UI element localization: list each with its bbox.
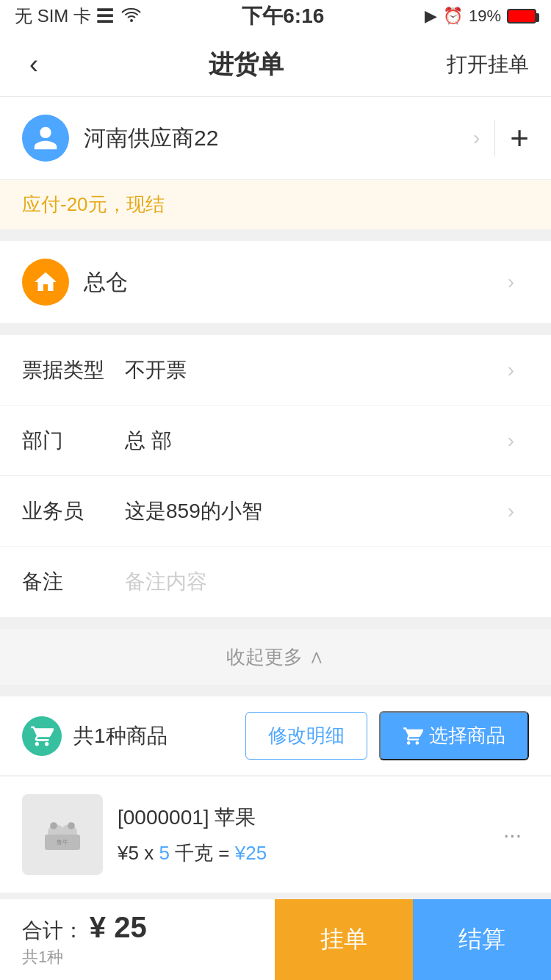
status-time: 下午6:16 xyxy=(242,2,324,30)
select-product-label: 选择商品 xyxy=(429,723,505,749)
salesman-row[interactable]: 业务员 这是859的小智 › xyxy=(0,476,551,547)
remark-row[interactable]: 备注 备注内容 xyxy=(0,547,551,617)
product-code: [0000001] xyxy=(118,806,209,829)
svg-text:鲁牛: 鲁牛 xyxy=(57,838,68,846)
svg-point-4 xyxy=(68,822,75,829)
footer: 合计： ¥ 25 共1种 挂单 结算 xyxy=(0,899,551,980)
add-supplier-button[interactable]: + xyxy=(510,122,529,154)
department-value: 总 部 xyxy=(125,427,508,455)
footer-total-amount: ¥ 25 xyxy=(90,911,147,943)
supplier-section: 河南供应商22 › + xyxy=(0,97,551,180)
warehouse-chevron-icon: › xyxy=(508,270,514,294)
notice-bar: 应付-20元，现结 xyxy=(0,180,551,229)
status-bar: 无 SIM 卡 ☰ 下午6:16 ▶ ⏰ 19% xyxy=(0,0,551,32)
warehouse-row[interactable]: 总仓 › xyxy=(0,241,551,323)
footer-total: 合计： ¥ 25 共1种 xyxy=(0,911,275,968)
product-title: 苹果 xyxy=(215,806,256,829)
suspend-label: 挂单 xyxy=(320,923,367,956)
remark-input[interactable]: 备注内容 xyxy=(125,568,529,596)
collapse-label: 收起更多 ∧ xyxy=(226,644,324,670)
product-multiply: x xyxy=(144,842,159,864)
supplier-name: 河南供应商22 xyxy=(84,123,473,154)
product-info: [0000001] 苹果 ¥5 x 5 千克 = ¥25 xyxy=(118,804,496,866)
supplier-divider xyxy=(494,120,495,156)
product-thumbnail: 鲁牛 xyxy=(22,794,103,875)
invoice-type-value: 不开票 xyxy=(125,356,508,384)
invoice-type-label: 票据类型 xyxy=(22,356,125,384)
footer-total-sub: 共1种 xyxy=(22,946,253,968)
battery-percent: 19% xyxy=(469,7,501,26)
warehouse-icon xyxy=(22,259,69,306)
product-price: ¥5 x 5 千克 = ¥25 xyxy=(118,840,496,866)
supplier-chevron-icon: › xyxy=(473,126,480,150)
product-icon xyxy=(22,716,62,756)
product-total: ¥25 xyxy=(235,842,267,864)
alarm-icon: ⏰ xyxy=(443,7,463,26)
product-quantity: 5 xyxy=(159,842,169,864)
salesman-label: 业务员 xyxy=(22,497,125,525)
page-title: 进货单 xyxy=(209,48,284,82)
status-left: 无 SIM 卡 ☰ xyxy=(15,4,142,28)
checkout-button[interactable]: 结算 xyxy=(413,899,551,980)
product-unit-price: ¥5 xyxy=(118,842,139,864)
product-equals: = xyxy=(218,842,234,864)
product-unit: 千克 xyxy=(175,842,213,864)
remark-label: 备注 xyxy=(22,568,125,596)
battery-icon xyxy=(507,9,536,24)
footer-total-label: 合计： xyxy=(22,919,84,942)
supplier-avatar xyxy=(22,115,69,162)
suspend-button[interactable]: 挂单 xyxy=(275,899,413,980)
svg-point-3 xyxy=(50,822,57,829)
product-count: 共1种商品 xyxy=(73,722,245,750)
signal-text: 无 SIM 卡 ☰ xyxy=(15,4,114,28)
product-name: [0000001] 苹果 xyxy=(118,804,496,832)
collapse-row[interactable]: 收起更多 ∧ xyxy=(0,629,551,685)
notice-text: 应付-20元，现结 xyxy=(22,193,165,215)
status-right: ▶ ⏰ 19% xyxy=(425,7,536,26)
department-row[interactable]: 部门 总 部 › xyxy=(0,406,551,476)
warehouse-name: 总仓 xyxy=(84,267,508,298)
form-section: 票据类型 不开票 › 部门 总 部 › 业务员 这是859的小智 › 备注 备注… xyxy=(0,335,551,617)
wifi-icon xyxy=(121,6,142,26)
salesman-chevron-icon: › xyxy=(508,500,514,523)
nav-bar: ‹ 进货单 打开挂单 xyxy=(0,32,551,97)
product-header: 共1种商品 修改明细 选择商品 xyxy=(0,696,551,775)
product-more-button[interactable]: ··· xyxy=(496,815,529,854)
back-button[interactable]: ‹ xyxy=(22,42,46,87)
product-item: 鲁牛 [0000001] 苹果 ¥5 x 5 千克 = ¥25 ··· xyxy=(0,777,551,893)
department-label: 部门 xyxy=(22,427,125,455)
supplier-row[interactable]: 河南供应商22 › + xyxy=(0,97,551,180)
open-pending-button[interactable]: 打开挂单 xyxy=(447,51,529,79)
select-product-button[interactable]: 选择商品 xyxy=(379,711,529,760)
salesman-value: 这是859的小智 xyxy=(125,497,508,525)
invoice-chevron-icon: › xyxy=(508,359,514,382)
department-chevron-icon: › xyxy=(508,429,514,453)
edit-detail-button[interactable]: 修改明细 xyxy=(245,712,367,760)
invoice-type-row[interactable]: 票据类型 不开票 › xyxy=(0,335,551,406)
location-icon: ▶ xyxy=(425,7,437,26)
checkout-label: 结算 xyxy=(458,923,505,956)
